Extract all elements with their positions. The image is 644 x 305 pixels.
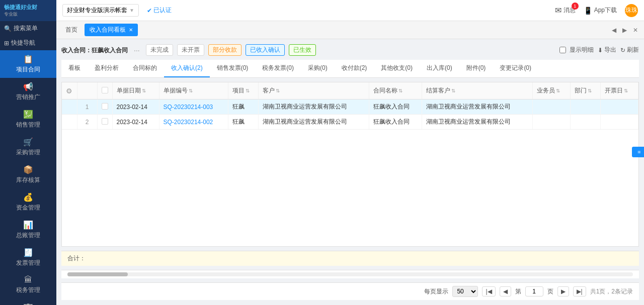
sidebar-item-invoice[interactable]: 🧾 发票管理 bbox=[0, 244, 56, 271]
row-checkbox-1[interactable] bbox=[102, 118, 108, 125]
sidebar-item-assets[interactable]: 🏢 固定资产 bbox=[0, 298, 56, 305]
column-setting-icon[interactable]: ⚙ bbox=[66, 87, 72, 95]
page-size-select[interactable]: 50 20 100 bbox=[452, 286, 478, 297]
tab-home[interactable]: 首页 bbox=[60, 24, 83, 36]
status-confirmed-btn[interactable]: 已收入确认 bbox=[246, 44, 285, 56]
sort-project-icon[interactable]: ⇅ bbox=[246, 88, 250, 93]
user-avatar-button[interactable]: 珠珠 bbox=[625, 4, 638, 17]
sidebar-item-sales[interactable]: 💹 销售管理 bbox=[0, 106, 56, 133]
sort-end-customer-icon[interactable]: ⇅ bbox=[451, 88, 455, 93]
more-options-button[interactable]: ··· bbox=[132, 46, 142, 54]
tab-attachment[interactable]: 附件(0) bbox=[459, 60, 493, 77]
logo-main-text: 畅捷通好业财 bbox=[4, 4, 37, 11]
footer-total-label: 合计： bbox=[67, 254, 86, 263]
cell-no-1: 2 bbox=[77, 115, 97, 130]
bill-no-link-1[interactable]: SQ-20230214-002 bbox=[164, 119, 213, 126]
sidebar-item-general[interactable]: 📊 总账管理 bbox=[0, 216, 56, 244]
status-effective-btn[interactable]: 已生效 bbox=[289, 44, 316, 56]
nav-close-icon[interactable]: ✕ bbox=[631, 26, 640, 35]
topbar: 好业财专业版演示帐套 ▼ ✔ 已认证 ✉ 1 消息 📱 App下载 珠珠 bbox=[56, 0, 644, 21]
page-last-btn[interactable]: ▶| bbox=[573, 286, 586, 296]
sidebar-item-inventory-label: 库存核算 bbox=[16, 176, 40, 184]
tab-sales-invoice[interactable]: 销售发票(0) bbox=[210, 60, 256, 77]
tab-outin[interactable]: 出入库(0) bbox=[420, 60, 459, 77]
tab-contract-board[interactable]: 收入合同看板 ✕ bbox=[85, 24, 138, 36]
refresh-button[interactable]: ↻ 刷新 bbox=[620, 46, 639, 54]
tab-changes[interactable]: 变更记录(0) bbox=[493, 60, 538, 77]
sidebar-item-tax[interactable]: 🏛 税务管理 bbox=[0, 271, 56, 298]
col-header-salesman: 业务员⇅ bbox=[532, 82, 570, 99]
tab-tax-invoice[interactable]: 税务发票(0) bbox=[255, 60, 301, 77]
table-row[interactable]: 2 2023-02-14 SQ-20230214-002 狂飙 湖南卫视商业运营… bbox=[62, 115, 638, 130]
scrollbar-thumb[interactable] bbox=[67, 272, 128, 276]
tab-contract-subject[interactable]: 合同标的 bbox=[126, 60, 164, 77]
funds-icon: 💰 bbox=[23, 192, 33, 202]
cell-bill-no-0[interactable]: SQ-20230214-003 bbox=[159, 99, 228, 115]
sort-customer-icon[interactable]: ⇅ bbox=[276, 88, 280, 93]
sidebar-search[interactable]: 🔍 搜索菜单 bbox=[0, 21, 56, 36]
close-tab-icon[interactable]: ✕ bbox=[129, 27, 133, 33]
sidebar-item-marketing[interactable]: 📢 营销推广 bbox=[0, 78, 56, 106]
sidebar-search-label: 搜索菜单 bbox=[14, 24, 38, 33]
sort-bill-no-icon[interactable]: ⇅ bbox=[189, 88, 193, 93]
sort-date-icon[interactable]: ⇅ bbox=[142, 88, 146, 93]
row-checkbox-0[interactable] bbox=[102, 103, 108, 110]
sort-dept-icon[interactable]: ⇅ bbox=[588, 88, 592, 93]
detail-checkbox-input[interactable] bbox=[559, 47, 566, 53]
page-label-prefix: 第 bbox=[515, 287, 521, 296]
tab-profit[interactable]: 盈利分析 bbox=[88, 60, 126, 77]
refresh-icon: ↻ bbox=[620, 47, 625, 54]
company-selector[interactable]: 好业财专业版演示帐套 ▼ bbox=[62, 4, 139, 17]
logo-sub-text: 专业版 bbox=[4, 11, 37, 18]
user-name: 珠珠 bbox=[625, 6, 637, 15]
col-header-bill-no: 单据编号⇅ bbox=[159, 82, 228, 99]
msg-button[interactable]: ✉ 1 消息 bbox=[555, 6, 576, 15]
horizontal-scrollbar[interactable] bbox=[61, 270, 639, 278]
tab-confirm[interactable]: 收入确认(2) bbox=[164, 60, 210, 77]
cell-bill-no-1[interactable]: SQ-20230214-002 bbox=[159, 115, 228, 130]
marketing-icon: 📢 bbox=[23, 82, 33, 91]
sort-open-date-icon[interactable]: ⇅ bbox=[624, 88, 628, 93]
show-detail-label: 显示明细 bbox=[570, 46, 594, 54]
table-row[interactable]: 1 2023-02-14 SQ-20230214-003 狂飙 湖南卫视商业运营… bbox=[62, 99, 638, 115]
sidebar-item-general-label: 总账管理 bbox=[16, 231, 40, 240]
col-header-project: 项目⇅ bbox=[228, 82, 259, 99]
page-input[interactable] bbox=[525, 286, 543, 296]
cell-contract-0: 狂飙收入合同 bbox=[369, 99, 422, 115]
sidebar-item-funds[interactable]: 💰 资金管理 bbox=[0, 188, 56, 216]
search-icon: 🔍 bbox=[4, 25, 12, 32]
grid-icon: ⊞ bbox=[4, 40, 9, 47]
page-first-btn[interactable]: |◀ bbox=[482, 286, 495, 296]
nav-arrows: ◀ ▶ ✕ bbox=[610, 26, 640, 35]
tab-payment[interactable]: 收付款(2) bbox=[335, 60, 374, 77]
status-partial-btn[interactable]: 部分收款 bbox=[208, 44, 242, 56]
select-all-checkbox[interactable] bbox=[102, 87, 108, 93]
sidebar-item-marketing-label: 营销推广 bbox=[16, 93, 40, 101]
nav-next-icon[interactable]: ▶ bbox=[620, 26, 629, 35]
tab-kanban[interactable]: 看板 bbox=[61, 60, 88, 77]
nav-prev-icon[interactable]: ◀ bbox=[610, 26, 618, 35]
export-button[interactable]: ⬇ 导出 bbox=[598, 46, 616, 54]
page-prev-btn[interactable]: ◀ bbox=[500, 286, 511, 296]
status-uninvoiced-btn[interactable]: 未开票 bbox=[177, 44, 204, 56]
sidebar: 畅捷通好业财 专业版 🔍 搜索菜单 ⊞ 快捷导航 📋 项目合同 📢 营销推广 💹… bbox=[0, 0, 56, 305]
float-action-btn[interactable]: ≡ bbox=[632, 147, 644, 158]
sort-contract-icon[interactable]: ⇅ bbox=[398, 88, 403, 93]
cell-date-0: 2023-02-14 bbox=[112, 99, 159, 115]
sort-salesman-icon[interactable]: ⇅ bbox=[556, 88, 560, 93]
page-header: 收入合同：狂飙收入合同 ··· 未完成 未开票 部分收款 已收入确认 已生效 显… bbox=[61, 44, 639, 56]
sidebar-item-inventory[interactable]: 📦 库存核算 bbox=[0, 161, 56, 188]
tab-other[interactable]: 其他收支(0) bbox=[374, 60, 420, 77]
tab-purchase[interactable]: 采购(0) bbox=[301, 60, 335, 77]
col-header-end-customer: 结算客户⇅ bbox=[422, 82, 533, 99]
app-download-button[interactable]: 📱 App下载 bbox=[584, 6, 617, 15]
sidebar-quick-nav[interactable]: ⊞ 快捷导航 bbox=[0, 36, 56, 50]
page-next-btn[interactable]: ▶ bbox=[557, 286, 569, 296]
show-detail-checkbox[interactable]: 显示明细 bbox=[559, 46, 594, 54]
bill-no-link-0[interactable]: SQ-20230214-003 bbox=[164, 104, 213, 111]
sidebar-item-project[interactable]: 📋 项目合同 bbox=[0, 50, 56, 78]
export-label: 导出 bbox=[604, 46, 616, 54]
app-download-label: App下载 bbox=[594, 6, 617, 15]
status-incomplete-btn[interactable]: 未完成 bbox=[146, 44, 173, 56]
sidebar-item-purchase[interactable]: 🛒 采购管理 bbox=[0, 133, 56, 161]
